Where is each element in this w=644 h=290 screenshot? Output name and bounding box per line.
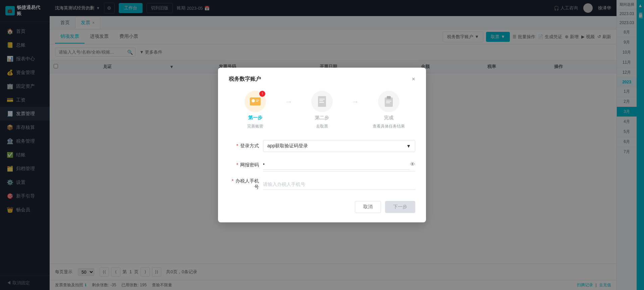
svg-rect-3 bbox=[256, 101, 258, 102]
step2-icon-wrap bbox=[311, 91, 333, 112]
step3-label: 完成 bbox=[384, 115, 393, 121]
login-method-select[interactable]: app获取验证码登录 ▼ bbox=[263, 140, 415, 152]
step2-label: 第二步 bbox=[315, 115, 329, 121]
next-button[interactable]: 下一步 bbox=[385, 201, 415, 213]
doc-icon bbox=[316, 95, 328, 107]
step3-desc: 查看具体任务结果 bbox=[373, 124, 405, 129]
step1-label: 第一步 bbox=[248, 115, 262, 121]
steps: ! 第一步 完善账密 → 第二步 去取票 bbox=[229, 91, 415, 129]
login-method-value: app获取验证码登录 bbox=[267, 143, 308, 149]
step2-desc: 去取票 bbox=[316, 124, 328, 129]
svg-rect-7 bbox=[319, 102, 324, 103]
password-label: * 网报密码 bbox=[229, 162, 259, 168]
step1-badge: ! bbox=[259, 91, 265, 97]
login-method-label: * 登录方式 bbox=[229, 143, 259, 149]
form-body: * 登录方式 app获取验证码登录 ▼ * 网报密码 👁 bbox=[229, 140, 415, 190]
password-input[interactable] bbox=[263, 159, 410, 170]
person-card-icon bbox=[249, 95, 261, 107]
modal-header: 税务数字账户 × bbox=[229, 76, 415, 83]
step3-icon-wrap bbox=[378, 91, 399, 112]
step-1: ! 第一步 完善账密 bbox=[229, 91, 282, 129]
svg-rect-10 bbox=[386, 101, 391, 101]
svg-rect-9 bbox=[387, 96, 391, 99]
login-method-row: * 登录方式 app获取验证码登录 ▼ bbox=[229, 140, 415, 152]
phone-label: * 办税人手机号 bbox=[229, 178, 259, 190]
svg-rect-11 bbox=[386, 102, 390, 103]
arrow-1-2: → bbox=[282, 97, 296, 106]
svg-rect-4 bbox=[318, 96, 326, 107]
chevron-down-icon: ▼ bbox=[406, 143, 411, 149]
arrow-2-3: → bbox=[348, 97, 362, 106]
svg-rect-2 bbox=[256, 100, 259, 100]
modal-overlay[interactable]: 税务数字账户 × ! 第一步 完善账密 bbox=[0, 0, 644, 290]
password-row: * 网报密码 👁 bbox=[229, 159, 415, 171]
step1-icon-wrap: ! bbox=[245, 91, 266, 112]
phone-input[interactable] bbox=[263, 179, 415, 190]
tax-account-modal: 税务数字账户 × ! 第一步 完善账密 bbox=[218, 68, 426, 222]
step1-desc: 完善账密 bbox=[247, 124, 263, 129]
clipboard-icon bbox=[383, 95, 395, 107]
modal-close-button[interactable]: × bbox=[412, 76, 415, 83]
modal-title: 税务数字账户 bbox=[229, 76, 261, 83]
svg-rect-5 bbox=[319, 99, 325, 99]
modal-footer: 取消 下一步 bbox=[229, 201, 415, 213]
svg-point-1 bbox=[252, 99, 255, 102]
step-3: 完成 查看具体任务结果 bbox=[362, 91, 415, 129]
cancel-button[interactable]: 取消 bbox=[355, 201, 381, 213]
svg-rect-6 bbox=[319, 100, 323, 101]
phone-row: * 办税人手机号 bbox=[229, 178, 415, 190]
svg-rect-0 bbox=[250, 97, 261, 105]
svg-rect-8 bbox=[385, 97, 393, 107]
eye-icon[interactable]: 👁 bbox=[410, 161, 415, 167]
step-2: 第二步 去取票 bbox=[296, 91, 349, 129]
